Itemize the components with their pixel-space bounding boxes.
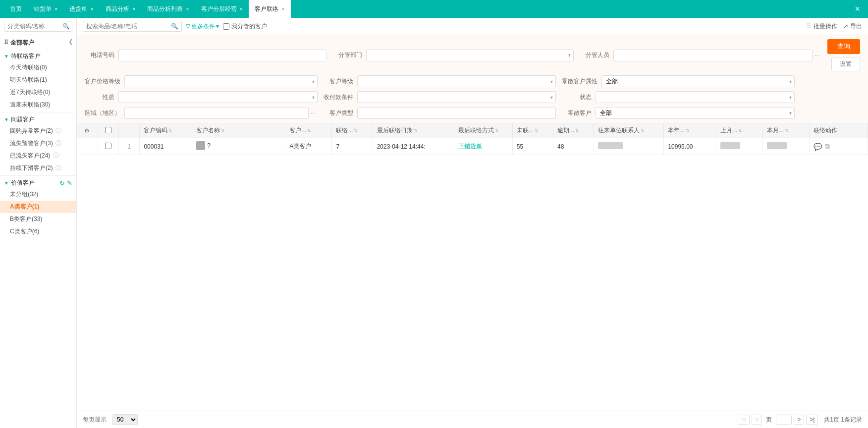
- row-checkbox[interactable]: [105, 143, 111, 149]
- sort-this-month-icon: ⇅: [785, 128, 789, 133]
- per-page-label: 每页显示: [83, 416, 107, 424]
- filter-retail-customer-select[interactable]: [596, 107, 795, 119]
- nav-purchase-order[interactable]: 进货单 ×: [63, 0, 99, 18]
- filter-status-select[interactable]: [596, 91, 795, 103]
- col-last-method-header[interactable]: 最后联络方式⇅: [454, 123, 513, 138]
- filter-phone-label: 电话号码: [85, 51, 114, 59]
- row-check-cell[interactable]: [98, 138, 118, 155]
- sort-last-method-icon: ⇅: [495, 128, 499, 133]
- close-customer-contact-icon[interactable]: ×: [281, 6, 284, 12]
- col-customer-name-header[interactable]: 客户名称⇅: [192, 123, 285, 138]
- nav-home[interactable]: 首页: [4, 0, 28, 18]
- filter-person-input[interactable]: [613, 50, 813, 61]
- col-customer-code-header[interactable]: 客户编码⇅: [140, 123, 192, 138]
- export-btn[interactable]: ↗ 导出: [843, 22, 862, 31]
- filter-customer-level-select[interactable]: [357, 75, 556, 87]
- row-chat-icon[interactable]: 💬: [814, 143, 822, 151]
- edit-group-icon[interactable]: ✎: [67, 179, 72, 187]
- sidebar-item-b-class[interactable]: B类客户(33): [0, 213, 76, 225]
- close-customer-segmentation-icon[interactable]: ×: [240, 6, 243, 12]
- prev-page-btn[interactable]: <: [752, 415, 762, 425]
- sort-contact-icon: ⇅: [354, 128, 358, 133]
- group-pending-contact[interactable]: ▼ 待联络客户: [0, 50, 76, 61]
- nav-sales-order[interactable]: 销货单 ×: [28, 0, 63, 18]
- filter-payment-terms-select[interactable]: [357, 91, 556, 103]
- close-purchase-order-icon[interactable]: ×: [90, 6, 93, 12]
- query-button[interactable]: 查询: [827, 39, 860, 54]
- col-this-year-header[interactable]: 本年...⇅: [664, 123, 716, 138]
- settings-button[interactable]: 设置: [831, 57, 860, 71]
- filter-person-field: 分管人员 ···: [580, 50, 821, 61]
- filter-customer-type-input[interactable]: [357, 107, 556, 119]
- col-contact-count-header[interactable]: 联络...⇅: [332, 123, 373, 138]
- sidebar-item-churned[interactable]: 已流失客户(24) ⓘ: [0, 150, 76, 162]
- sidebar-item-7days-pending[interactable]: 近7天待联络(0): [0, 86, 76, 99]
- nav-customer-contact[interactable]: 客户联络 ×: [249, 0, 290, 18]
- col-last-date-header[interactable]: 最后联络日期⇅: [373, 123, 454, 138]
- sidebar-all-customers[interactable]: ⠿ 全部客户 《: [0, 35, 76, 50]
- region-dots-icon[interactable]: ···: [309, 109, 318, 116]
- next-page-btn[interactable]: >: [794, 415, 804, 425]
- my-customers-checkbox[interactable]: [223, 23, 229, 30]
- sidebar-search-icon[interactable]: 🔍: [62, 23, 70, 30]
- sidebar-item-churn-warning[interactable]: 流失预警客户(3) ⓘ: [0, 137, 76, 150]
- sidebar-item-today-pending[interactable]: 今天待联络(0): [0, 61, 76, 74]
- close-product-analysis-icon[interactable]: ×: [132, 6, 135, 12]
- row-link-icon[interactable]: ⧉: [825, 142, 830, 151]
- nav-customer-segmentation[interactable]: 客户分层经营 ×: [195, 0, 249, 18]
- nav-product-analysis-list[interactable]: 商品分析列表 ×: [141, 0, 195, 18]
- col-this-month-header[interactable]: 本月...⇅: [763, 123, 810, 138]
- filter-search-input[interactable]: [86, 23, 169, 30]
- filter-region-field: 区域（地区） ···: [85, 107, 318, 119]
- refresh-icon[interactable]: ↻: [59, 179, 65, 187]
- filter-dept-input[interactable]: [366, 50, 574, 61]
- my-customers-filter[interactable]: 我分管的客户: [223, 22, 267, 31]
- filter-person-dots-icon[interactable]: ···: [813, 52, 821, 59]
- table-row: 1 000031 ? A类客户 7 2023-04-12 14:44:: [77, 138, 868, 155]
- sidebar-item-overdue-contact[interactable]: 逾期未联络(30): [0, 99, 76, 111]
- filter-status-label: 状态: [562, 93, 592, 102]
- group-value-customers[interactable]: ▼ 价值客户 ↻ ✎: [0, 177, 76, 188]
- col-gear[interactable]: ⚙: [77, 123, 98, 138]
- filter-nature-select[interactable]: [118, 91, 318, 103]
- col-select-all[interactable]: [98, 123, 118, 138]
- sidebar-item-a-class[interactable]: A类客户(1): [0, 201, 76, 213]
- filter-retail-attr-select[interactable]: [601, 75, 795, 87]
- sort-prev-contact-icon: ⇅: [641, 128, 645, 133]
- filter-search-icon[interactable]: 🔍: [171, 23, 178, 30]
- last-page-btn[interactable]: >|: [806, 415, 818, 425]
- row-overdue-cell: 48: [553, 138, 594, 155]
- sidebar-item-ungrouped[interactable]: 未分组(32): [0, 188, 76, 201]
- batch-icon: ☰: [806, 23, 812, 30]
- filter-region-input[interactable]: [124, 107, 309, 119]
- close-product-analysis-list-icon[interactable]: ×: [186, 6, 189, 12]
- nav-product-analysis[interactable]: 商品分析 ×: [100, 0, 141, 18]
- first-page-btn[interactable]: |<: [738, 415, 750, 425]
- sidebar-item-c-class[interactable]: C类客户(6): [0, 225, 76, 238]
- col-customer-type-header[interactable]: 客户...⇅: [285, 123, 332, 138]
- close-sales-order-icon[interactable]: ×: [54, 6, 57, 12]
- sidebar-item-repurchase-abnormal[interactable]: 回购异常客户(2) ⓘ: [0, 125, 76, 137]
- col-prev-contact-header[interactable]: 往来单位联系人⇅: [594, 123, 664, 138]
- filter-status-field: 状态 ▾: [562, 91, 795, 103]
- batch-operations-btn[interactable]: ☰ 批量操作: [806, 22, 837, 31]
- page-number-input[interactable]: 1: [776, 415, 792, 425]
- filter-price-level-select[interactable]: [124, 75, 318, 87]
- select-all-checkbox[interactable]: [105, 127, 111, 133]
- filter-phone-input[interactable]: [118, 50, 326, 61]
- customer-avatar: [196, 141, 205, 150]
- per-page-select[interactable]: 50 100 200: [112, 414, 138, 425]
- col-last-month-header[interactable]: 上月...⇅: [716, 123, 763, 138]
- close-all-tabs-icon[interactable]: ×: [851, 4, 864, 14]
- sidebar-item-tomorrow-pending[interactable]: 明天待联络(1): [0, 74, 76, 86]
- collapse-sidebar-icon[interactable]: 《: [65, 38, 72, 47]
- filter-nature-field: 性质 ▾: [85, 91, 318, 103]
- filter-more-conditions-btn[interactable]: ▽ 更多条件 ▾: [186, 22, 219, 31]
- group-problem-customers[interactable]: ▼ 问题客户: [0, 113, 76, 125]
- col-overdue-header[interactable]: 逾期...⇅: [553, 123, 594, 138]
- filter-retail-customer-field: 零散客户 ▾: [562, 107, 795, 119]
- row-last-method-cell[interactable]: 下销货单: [454, 138, 513, 155]
- col-not-contacted-header[interactable]: 未联...⇅: [512, 123, 553, 138]
- sidebar-item-declining[interactable]: 持续下滑客户(2) ⓘ: [0, 162, 76, 174]
- sort-type-icon: ⇅: [307, 128, 311, 133]
